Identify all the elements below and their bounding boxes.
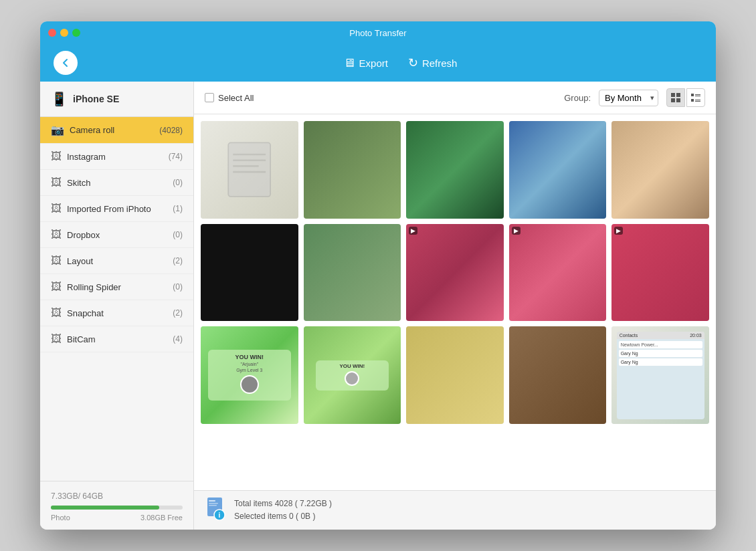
svg-rect-10	[228, 143, 270, 197]
back-button[interactable]	[54, 51, 78, 75]
group-dropdown[interactable]: By Month By Day By Year	[599, 90, 658, 106]
storage-used: 7.33GB/ 64GB	[51, 489, 183, 502]
photo-thumb[interactable]: ▶	[406, 224, 504, 322]
photo-grid: ▶ ▶ ▶ YOU WIN!	[194, 114, 716, 490]
storage-free: 3.08GB Free	[140, 514, 183, 522]
sidebar-item-snapchat[interactable]: 🖼 Snapchat (2)	[40, 300, 193, 326]
main-layout: 📱 iPhone SE 📷 Camera roll (4028) 🖼 Insta…	[40, 82, 716, 530]
view-toggle	[666, 88, 705, 107]
select-all-label[interactable]: Select All	[218, 93, 254, 103]
sidebar-item-iphoto[interactable]: 🖼 Imported From iPhoto (1)	[40, 196, 193, 222]
refresh-button[interactable]: ↻ Refresh	[408, 56, 458, 70]
refresh-icon: ↻	[408, 56, 418, 70]
storage-bar-fill	[51, 506, 159, 510]
info-icon: i	[205, 496, 226, 524]
svg-rect-7	[695, 96, 700, 96]
sidebar-label-dropbox: Dropbox	[67, 230, 167, 240]
video-badge: ▶	[614, 227, 623, 235]
storage-labels: Photo 3.08GB Free	[51, 514, 183, 522]
album-icon-bitcam: 🖼	[51, 333, 62, 345]
sidebar-item-rolling-spider[interactable]: 🖼 Rolling Spider (0)	[40, 274, 193, 300]
sidebar-item-bitcam[interactable]: 🖼 BitCam (4)	[40, 326, 193, 352]
sidebar-label-skitch: Skitch	[67, 178, 167, 188]
list-view-button[interactable]	[686, 88, 705, 107]
photo-thumb[interactable]: Contacts20:03 Newtown Power... Gary Ng G…	[611, 326, 709, 424]
phone-icon: 📱	[51, 91, 68, 107]
sidebar-count-skitch: (0)	[173, 178, 183, 187]
sidebar-label-snapchat: Snapchat	[67, 308, 167, 318]
album-icon-skitch: 🖼	[51, 177, 62, 189]
video-badge: ▶	[409, 227, 417, 235]
svg-rect-3	[676, 98, 680, 102]
sidebar-count-instagram: (74)	[169, 152, 183, 161]
close-button[interactable]	[48, 29, 56, 37]
photo-thumb[interactable]	[406, 326, 504, 424]
svg-rect-9	[695, 101, 700, 102]
photo-thumb[interactable]: ▶	[611, 224, 709, 322]
sidebar-item-instagram[interactable]: 🖼 Instagram (74)	[40, 144, 193, 170]
photo-thumb[interactable]	[611, 121, 709, 219]
app-window: Photo Transfer 🖥 Export ↻ Refresh 📱 iPho…	[40, 21, 716, 530]
photo-thumb[interactable]: ▶	[509, 224, 607, 322]
album-icon-instagram: 🖼	[51, 150, 62, 162]
album-icon-layout: 🖼	[51, 255, 62, 267]
status-text: Total items 4028 ( 7.22GB ) Selected ite…	[234, 498, 332, 523]
sidebar-item-camera-roll[interactable]: 📷 Camera roll (4028)	[40, 117, 193, 144]
sidebar-item-dropbox[interactable]: 🖼 Dropbox (0)	[40, 222, 193, 248]
svg-rect-17	[209, 503, 218, 504]
album-icon-dropbox: 🖼	[51, 229, 62, 241]
svg-rect-8	[695, 100, 700, 100]
svg-rect-16	[209, 500, 215, 502]
svg-text:i: i	[219, 512, 221, 519]
photo-thumb[interactable]	[201, 224, 298, 322]
sidebar: 📱 iPhone SE 📷 Camera roll (4028) 🖼 Insta…	[40, 82, 194, 530]
photo-thumb[interactable]	[304, 224, 401, 322]
svg-rect-6	[695, 94, 700, 95]
content-area: Select All Group: By Month By Day By Yea…	[194, 82, 716, 530]
sidebar-item-skitch[interactable]: 🖼 Skitch (0)	[40, 170, 193, 196]
sidebar-count-snapchat: (2)	[173, 308, 183, 318]
camera-icon: 📷	[51, 124, 64, 136]
grid-view-button[interactable]	[666, 88, 685, 107]
minimize-button[interactable]	[60, 29, 68, 37]
sidebar-label-rolling-spider: Rolling Spider	[67, 282, 167, 292]
group-select-wrapper: By Month By Day By Year	[599, 90, 658, 106]
photo-thumb[interactable]: YOU WIN!	[304, 326, 401, 424]
export-icon: 🖥	[343, 56, 355, 70]
album-icon-iphoto: 🖼	[51, 203, 62, 215]
sidebar-count-camera-roll: (4028)	[159, 126, 183, 135]
sidebar-label-layout: Layout	[67, 256, 167, 266]
traffic-lights	[48, 29, 80, 37]
sidebar-count-layout: (2)	[173, 256, 183, 265]
maximize-button[interactable]	[72, 29, 80, 37]
photo-thumb[interactable]	[304, 121, 401, 219]
device-header: 📱 iPhone SE	[40, 82, 193, 117]
content-toolbar: Select All Group: By Month By Day By Yea…	[194, 82, 716, 114]
photo-thumb[interactable]: YOU WIN! "Arjuain" Gym Level 3	[201, 326, 298, 424]
sidebar-label-camera-roll: Camera roll	[70, 125, 154, 135]
sidebar-count-rolling-spider: (0)	[173, 282, 183, 292]
sidebar-label-iphoto: Imported From iPhoto	[67, 204, 167, 214]
svg-rect-4	[691, 94, 694, 96]
photo-thumb[interactable]	[509, 121, 607, 219]
sidebar-count-bitcam: (4)	[173, 334, 183, 344]
group-label: Group:	[564, 93, 591, 103]
export-button[interactable]: 🖥 Export	[343, 56, 388, 70]
storage-category: Photo	[51, 514, 70, 522]
selected-items-text: Selected items 0 ( 0B )	[234, 510, 332, 523]
total-items-text: Total items 4028 ( 7.22GB )	[234, 498, 332, 510]
sidebar-item-layout[interactable]: 🖼 Layout (2)	[40, 248, 193, 274]
album-icon-snapchat: 🖼	[51, 307, 62, 319]
svg-rect-1	[676, 93, 680, 97]
sidebar-count-iphoto: (1)	[173, 204, 183, 213]
select-all-area: Select All	[205, 93, 254, 103]
photo-thumb[interactable]	[406, 121, 504, 219]
select-all-checkbox[interactable]	[205, 93, 214, 102]
refresh-label: Refresh	[422, 58, 458, 69]
svg-rect-5	[691, 99, 694, 102]
photo-thumb[interactable]	[509, 326, 607, 424]
svg-rect-0	[671, 93, 675, 97]
photo-thumb[interactable]	[201, 121, 298, 219]
sidebar-count-dropbox: (0)	[173, 230, 183, 239]
window-title: Photo Transfer	[349, 28, 406, 38]
